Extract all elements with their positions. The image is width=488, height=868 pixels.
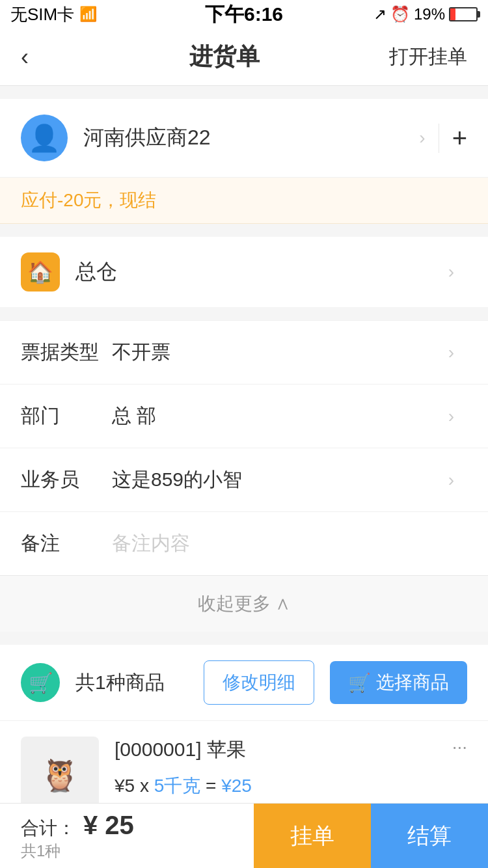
products-count: 共1种商品 — [75, 670, 188, 696]
dept-value: 总 部 — [112, 403, 448, 429]
staff-value: 这是859的小智 — [112, 467, 448, 493]
product-qty: 5千克 — [154, 776, 201, 796]
supplier-section: 👤 河南供应商22 › + 应付-20元，现结 — [0, 99, 488, 224]
warehouse-row[interactable]: 🏠 总仓 › — [0, 237, 488, 307]
supplier-chevron-icon: › — [419, 128, 425, 148]
edit-detail-button[interactable]: 修改明细 — [204, 660, 314, 705]
dept-row[interactable]: 部门 总 部 › — [0, 384, 488, 448]
product-name: [0000001] 苹果 — [115, 737, 426, 763]
supplier-avatar: 👤 — [21, 115, 68, 161]
staff-chevron-icon: › — [448, 470, 454, 491]
total-sub: 共1种 — [21, 841, 233, 861]
battery-percent: 19% — [414, 5, 445, 23]
product-more-button[interactable]: ··· — [442, 737, 467, 757]
battery-icon — [449, 7, 478, 21]
add-supplier-button[interactable]: + — [439, 124, 467, 153]
page-title: 进货单 — [189, 41, 260, 73]
product-thumb-icon: 🦉 — [40, 757, 79, 794]
section-gap-3 — [0, 307, 488, 320]
section-gap-4 — [0, 632, 488, 645]
page-content: 👤 河南供应商22 › + 应付-20元，现结 🏠 总仓 › 票据类型 不开票 … — [0, 86, 488, 868]
form-section: 票据类型 不开票 › 部门 总 部 › 业务员 这是859的小智 › 备注 备注… — [0, 320, 488, 632]
total-amount: ¥ 25 — [83, 811, 134, 840]
cart-icon: 🛒 — [29, 671, 53, 694]
product-total: ¥25 — [221, 776, 252, 796]
warehouse-section: 🏠 总仓 › — [0, 237, 488, 307]
remark-placeholder: 备注内容 — [112, 530, 467, 557]
status-bar-time: 下午6:16 — [205, 1, 283, 28]
collapse-button[interactable]: 收起更多 ∧ — [0, 575, 488, 632]
alarm-icon: ⏰ — [390, 5, 410, 23]
warehouse-name: 总仓 — [75, 258, 448, 286]
bottom-bar: 合计： ¥ 25 共1种 挂单 结算 — [0, 803, 488, 868]
remark-row[interactable]: 备注 备注内容 — [0, 511, 488, 575]
wifi-icon: 📶 — [79, 6, 97, 23]
back-button[interactable]: ‹ — [21, 44, 60, 71]
product-multiply: x — [140, 776, 154, 796]
status-bar-left: 无SIM卡 📶 — [10, 3, 97, 26]
nav-bar: ‹ 进货单 打开挂单 — [0, 29, 488, 86]
hang-button[interactable]: 挂单 — [254, 804, 371, 868]
select-product-icon: 🛒 — [348, 672, 371, 694]
warehouse-chevron-icon: › — [448, 262, 454, 282]
status-bar: 无SIM卡 📶 下午6:16 ↗ ⏰ 19% — [0, 0, 488, 29]
ticket-type-chevron-icon: › — [448, 342, 454, 363]
staff-row[interactable]: 业务员 这是859的小智 › — [0, 448, 488, 511]
select-product-button[interactable]: 🛒 选择商品 — [330, 661, 467, 704]
total-row: 合计： ¥ 25 — [21, 811, 233, 841]
product-price-row: ¥5 x 5千克 = ¥25 — [115, 774, 426, 798]
carrier-label: 无SIM卡 — [10, 3, 74, 26]
section-gap-2 — [0, 224, 488, 237]
supplier-name: 河南供应商22 — [83, 124, 419, 152]
product-info: [0000001] 苹果 ¥5 x 5千克 = ¥25 — [115, 737, 426, 798]
products-icon: 🛒 — [21, 663, 60, 702]
battery-fill — [450, 8, 455, 20]
section-gap-1 — [0, 86, 488, 99]
remark-label: 备注 — [21, 530, 112, 557]
ticket-type-value: 不开票 — [112, 339, 448, 366]
products-header: 🛒 共1种商品 修改明细 🛒 选择商品 — [0, 645, 488, 720]
status-bar-right: ↗ ⏰ 19% — [373, 5, 478, 23]
ticket-type-row[interactable]: 票据类型 不开票 › — [0, 320, 488, 384]
gps-icon: ↗ — [373, 5, 386, 23]
collapse-label: 收起更多 ∧ — [198, 593, 291, 614]
select-product-label: 选择商品 — [376, 670, 449, 695]
open-hang-button[interactable]: 打开挂单 — [389, 44, 467, 70]
supplier-row[interactable]: 👤 河南供应商22 › + — [0, 99, 488, 178]
settle-button[interactable]: 结算 — [371, 804, 488, 868]
product-title: 苹果 — [207, 739, 246, 760]
total-label: 合计： — [21, 816, 75, 841]
supplier-avatar-icon: 👤 — [28, 123, 61, 154]
product-code: [0000001] — [115, 739, 201, 760]
product-unit-price: ¥5 — [115, 776, 135, 796]
dept-label: 部门 — [21, 403, 112, 429]
bottom-total: 合计： ¥ 25 共1种 — [0, 804, 254, 868]
supplier-notice: 应付-20元，现结 — [0, 178, 488, 224]
dept-chevron-icon: › — [448, 406, 454, 427]
warehouse-icon: 🏠 — [21, 252, 60, 292]
ticket-type-label: 票据类型 — [21, 339, 112, 366]
product-equals: = — [206, 776, 221, 796]
staff-label: 业务员 — [21, 467, 112, 493]
